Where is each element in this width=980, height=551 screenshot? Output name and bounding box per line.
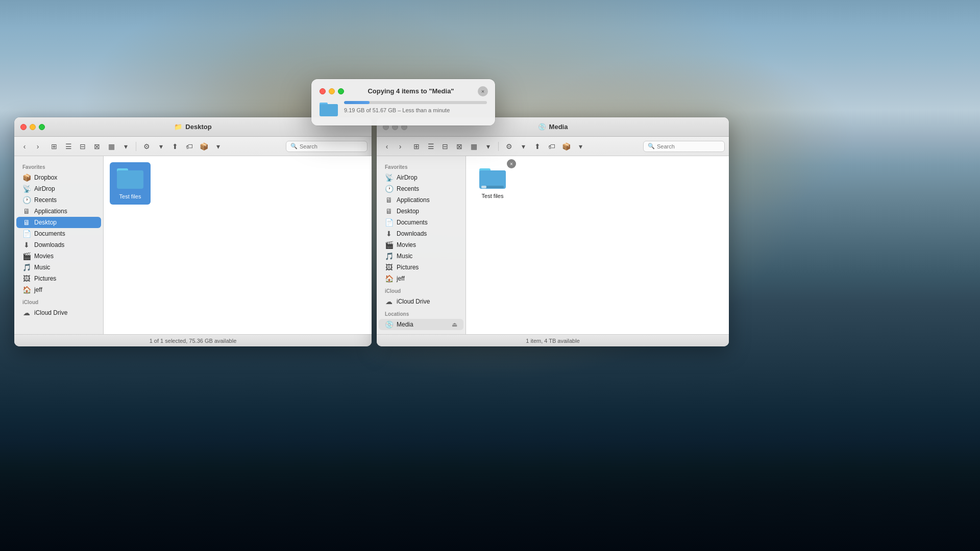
desktop-zoom-dot[interactable] [39, 124, 45, 130]
sidebar-item-movies[interactable]: 🎬 Movies [16, 251, 101, 262]
media-toolbar-sep-1 [498, 142, 499, 151]
media-view-list-button[interactable]: ☰ [425, 140, 437, 153]
media-tag-button[interactable]: 🏷 [546, 140, 558, 153]
finder-window-desktop: 📁 Desktop ‹ › ⊞ ☰ ⊟ ⊠ ▦ ▾ ⚙ ▾ ⬆ 🏷 📦 ▾ [14, 117, 372, 346]
media-sidebar-pictures[interactable]: 🖼 Pictures [379, 262, 463, 273]
sidebar-item-music[interactable]: 🎵 Music [16, 262, 101, 273]
sidebar-item-airdrop[interactable]: 📡 AirDrop [16, 183, 101, 194]
desktop-toolbar: ‹ › ⊞ ☰ ⊟ ⊠ ▦ ▾ ⚙ ▾ ⬆ 🏷 📦 ▾ 🔍 [14, 137, 372, 156]
media-sidebar-documents[interactable]: 📄 Documents [379, 217, 463, 228]
sidebar-item-movies-label: Movies [34, 253, 54, 260]
media-forward-button[interactable]: › [394, 140, 406, 153]
sidebar-item-icloud-drive[interactable]: ☁ iCloud Drive [16, 307, 101, 318]
recents-icon: 🕐 [22, 196, 31, 204]
sidebar-item-dropbox-label: Dropbox [34, 174, 57, 181]
desktop-tag-button[interactable]: 🏷 [183, 140, 195, 153]
desktop-view-list-button[interactable]: ☰ [62, 140, 75, 153]
sidebar-item-downloads[interactable]: ⬇ Downloads [16, 239, 101, 251]
sidebar-item-documents[interactable]: 📄 Documents [16, 228, 101, 239]
media-view-cover-button[interactable]: ⊠ [453, 140, 465, 153]
svg-rect-10 [481, 186, 486, 188]
desktop-title-text: Desktop [185, 123, 211, 131]
dialog-close-dot[interactable] [320, 88, 326, 94]
dropbox-icon: 📦 [22, 173, 31, 182]
media-action-dropdown[interactable]: ▾ [517, 140, 529, 153]
desktop-traffic-lights [20, 124, 45, 130]
media-applications-icon: 🖥 [385, 196, 393, 204]
media-share-button[interactable]: ⬆ [531, 140, 544, 153]
media-sidebar-jeff[interactable]: 🏠 jeff [379, 273, 463, 284]
media-dropbox-button[interactable]: 📦 [560, 140, 572, 153]
sidebar-item-recents[interactable]: 🕐 Recents [16, 194, 101, 206]
svg-rect-8 [479, 170, 506, 188]
media-view-dropdown[interactable]: ▾ [482, 140, 494, 153]
file-item-test-files-left[interactable]: Test files [110, 162, 151, 205]
media-sidebar-applications[interactable]: 🖥 Applications [379, 194, 463, 206]
media-sidebar-movies[interactable]: 🎬 Movies [379, 239, 463, 251]
desktop-minimize-dot[interactable] [30, 124, 36, 130]
dialog-minimize-dot[interactable] [329, 88, 335, 94]
media-sidebar-pictures-label: Pictures [397, 264, 419, 271]
media-sidebar-desktop[interactable]: 🖥 Desktop [379, 206, 463, 217]
media-favorites-label: Favorites [377, 160, 465, 172]
desktop-view-grid-button[interactable]: ⊞ [48, 140, 60, 153]
file-name-test-files-left: Test files [118, 193, 143, 201]
sidebar-item-airdrop-label: AirDrop [34, 185, 55, 192]
sidebar-item-jeff[interactable]: 🏠 jeff [16, 284, 101, 295]
media-recents-icon: 🕐 [385, 185, 393, 193]
desktop-icloud-label: iCloud [14, 295, 103, 307]
media-sidebar-documents-label: Documents [397, 219, 428, 226]
copy-progress-bar-bg [344, 101, 487, 104]
copy-x-badge[interactable]: × [507, 159, 516, 168]
media-music-icon: 🎵 [385, 252, 393, 260]
desktop-view-dropdown[interactable]: ▾ [119, 140, 132, 153]
desktop-view-col-button[interactable]: ⊟ [77, 140, 89, 153]
desktop-view-cover-button[interactable]: ⊠ [91, 140, 103, 153]
copy-close-button[interactable]: × [478, 86, 488, 96]
media-sidebar-music[interactable]: 🎵 Music [379, 251, 463, 262]
media-search-box[interactable]: 🔍 [643, 141, 725, 152]
media-view-gallery-button[interactable]: ▦ [468, 140, 480, 153]
media-sidebar-downloads[interactable]: ⬇ Downloads [379, 228, 463, 239]
desktop-action-dropdown[interactable]: ▾ [155, 140, 167, 153]
desktop-action-button[interactable]: ⚙ [140, 140, 153, 153]
media-eject-button[interactable]: ⏏ [452, 321, 457, 328]
desktop-search-input[interactable] [300, 143, 363, 149]
media-sidebar-airdrop-label: AirDrop [397, 174, 418, 181]
media-view-grid-button[interactable]: ⊞ [410, 140, 423, 153]
folder-icon-test-files-left [117, 166, 143, 191]
media-view-col-button[interactable]: ⊟ [439, 140, 451, 153]
desktop-back-button[interactable]: ‹ [18, 140, 31, 153]
media-action-button[interactable]: ⚙ [503, 140, 515, 153]
media-drive-icon: 💿 [385, 320, 393, 329]
media-status-text: 1 item, 4 TB available [526, 338, 580, 344]
media-back-button[interactable]: ‹ [381, 140, 393, 153]
media-movies-icon: 🎬 [385, 241, 393, 249]
media-sidebar-jeff-label: jeff [397, 275, 405, 282]
desktop-view-gallery-button[interactable]: ▦ [105, 140, 117, 153]
sidebar-item-desktop[interactable]: 🖥 Desktop [16, 217, 101, 228]
toolbar-sep-1 [136, 142, 136, 151]
media-sidebar-media-drive[interactable]: 💿 Media ⏏ [379, 319, 463, 330]
media-search-input[interactable] [657, 143, 720, 149]
sidebar-item-pictures[interactable]: 🖼 Pictures [16, 273, 101, 284]
desktop-forward-button[interactable]: › [32, 140, 44, 153]
desktop-dropbox-button[interactable]: 📦 [198, 140, 210, 153]
media-sidebar-airdrop[interactable]: 📡 AirDrop [379, 172, 463, 183]
media-sidebar-icloud-drive-label: iCloud Drive [397, 298, 430, 305]
media-sidebar-icloud-drive[interactable]: ☁ iCloud Drive [379, 296, 463, 307]
desktop-title-icon: 📁 [174, 123, 182, 131]
file-item-test-files-right[interactable]: Test files [472, 162, 513, 204]
sidebar-item-applications[interactable]: 🖥 Applications [16, 206, 101, 217]
media-sidebar-recents[interactable]: 🕐 Recents [379, 183, 463, 194]
downloads-icon: ⬇ [22, 241, 31, 249]
sidebar-item-dropbox[interactable]: 📦 Dropbox [16, 172, 101, 183]
media-dropbox-dropdown[interactable]: ▾ [574, 140, 586, 153]
desktop-share-button[interactable]: ⬆ [169, 140, 181, 153]
desktop-favorites-label: Favorites [14, 160, 103, 172]
media-content-area: × Test files [466, 156, 729, 334]
desktop-search-box[interactable]: 🔍 [286, 141, 368, 152]
desktop-close-dot[interactable] [20, 124, 27, 130]
jeff-icon: 🏠 [22, 286, 31, 294]
desktop-dropbox-dropdown[interactable]: ▾ [212, 140, 224, 153]
